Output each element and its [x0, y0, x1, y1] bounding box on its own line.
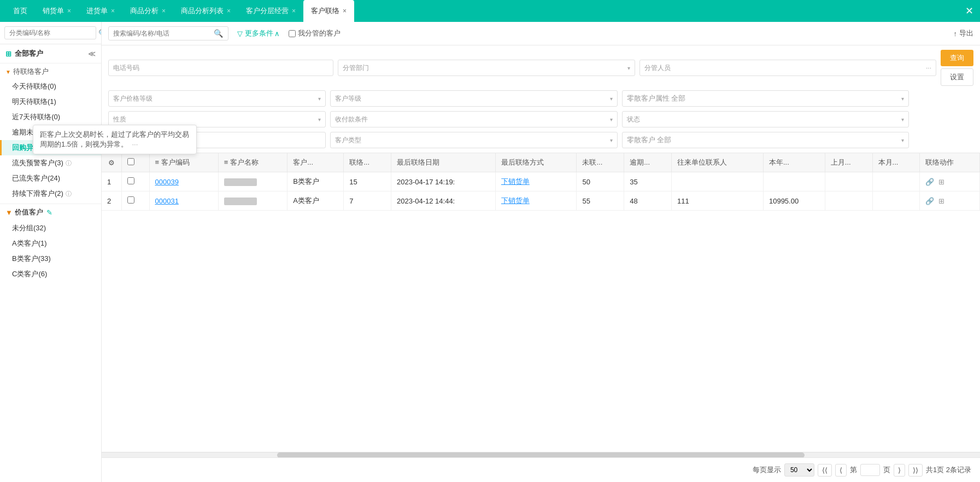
sidebar-item-tomorrow[interactable]: 明天待联络(1) [0, 94, 101, 109]
tooltip-popup: 距客户上次交易时长，超过了此客户的平均交易周期的1.5倍，则视为异常。 ··· [33, 125, 102, 154]
payment-filter[interactable]: 收付款条件 ▾ [330, 111, 617, 127]
gear-column-header[interactable]: ⚙ [102, 153, 121, 172]
col-contact-person: 往来单位联系人 [671, 153, 763, 172]
nav-close-icon[interactable]: × [227, 7, 231, 15]
info-icon-lost[interactable]: ⓘ [66, 159, 72, 167]
row2-contact-person: 111 [671, 191, 763, 211]
edit-icon[interactable]: ✎ [46, 208, 52, 217]
blurred-name-2 [224, 198, 257, 205]
my-customers-checkbox[interactable] [289, 30, 296, 37]
link-icon-2[interactable]: 🔗 [925, 197, 934, 205]
value-group: ▼ 价值客户 ✎ 未分组(32) A类客户(1) B类客户(33) C类客户(6… [0, 204, 101, 282]
prev-page-button[interactable]: ⟨ [835, 464, 847, 477]
table-row: 2 000031 A类客户 7 2023-04-12 14:44: 下销货单 5… [102, 191, 980, 211]
pagination: 每页显示 50 100 200 ⟨⟨ ⟨ 第 1 页 ⟩ ⟩⟩ 共1页 2条记录 [102, 457, 980, 482]
nav-home[interactable]: 首页 [5, 0, 35, 22]
row1-last-contact-method[interactable]: 下销货单 [495, 172, 577, 191]
last-page-button[interactable]: ⟩⟩ [908, 464, 923, 477]
nav-purchase-order[interactable]: 进货单 × [79, 0, 122, 22]
sidebar-search-input[interactable] [4, 26, 96, 39]
main-search-input[interactable] [113, 30, 212, 37]
row2-checkbox [121, 191, 149, 211]
export-button[interactable]: ↑ 导出 [954, 28, 974, 38]
chevron-down-icon-3: ▾ [610, 96, 613, 102]
collapse-icon[interactable]: ≪ [88, 50, 96, 58]
page-size-select[interactable]: 50 100 200 [784, 463, 814, 477]
checkbox-column-header [121, 153, 149, 172]
nav-customer-contact[interactable]: 客户联络 × [303, 0, 354, 22]
nav-close-icon[interactable]: × [162, 7, 166, 15]
row1-checkbox [121, 172, 149, 191]
filter-row-4: ··· 客户类型 ▾ 零散客户 全部 ▾ [108, 132, 973, 148]
dept-filter[interactable]: 分管部门 ▾ [338, 60, 635, 76]
row2-index: 2 [102, 191, 121, 211]
info-icon-decline[interactable]: ⓘ [66, 190, 72, 198]
col-contact-count: 联络... [344, 153, 391, 172]
window-close-button[interactable]: ✕ [965, 5, 973, 17]
sort-icon-name[interactable]: ≡ [224, 158, 228, 166]
sidebar-item-declining[interactable]: 持续下滑客户(2) ⓘ [0, 186, 101, 201]
sidebar-item-7days[interactable]: 近7天待联络(0) [0, 109, 101, 125]
more-icon[interactable]: ··· [926, 64, 931, 72]
link-icon-1[interactable]: 🔗 [925, 178, 934, 186]
nav-sales-order[interactable]: 销货单 × [35, 0, 79, 22]
page-number-input[interactable]: 1 [860, 464, 880, 476]
row2-code[interactable]: 000031 [149, 191, 218, 211]
price-level-filter[interactable]: 客户价格等级 ▾ [108, 90, 326, 107]
manager-filter[interactable]: 分管人员 ··· [639, 60, 936, 76]
row1-code[interactable]: 000039 [149, 172, 218, 191]
value-group-header[interactable]: ▼ 价值客户 ✎ [0, 204, 101, 220]
more-conditions-button[interactable]: ▽ 更多条件 ∧ [233, 26, 284, 40]
horizontal-scrollbar[interactable] [102, 452, 980, 457]
sidebar-item-already-lost[interactable]: 已流失客户(24) [0, 171, 101, 186]
nav-close-icon[interactable]: × [292, 7, 296, 15]
row1-current-year [763, 172, 825, 191]
row1-current-month [872, 172, 920, 191]
chevron-down-icon-9: ▾ [901, 137, 904, 143]
sidebar: 🔍 ⊞ 全部客户 ≪ ▼ 待联络客户 今天待联络(0) 明天待联络(1) 近7天… [0, 22, 102, 482]
filter-row-2: 客户价格等级 ▾ 客户等级 ▾ 零散客户属性 全部 ▾ [108, 90, 973, 107]
nav-close-icon[interactable]: × [67, 7, 71, 15]
nav-product-analysis[interactable]: 商品分析 × [122, 0, 173, 22]
pending-group-label[interactable]: ▼ 待联络客户 [0, 63, 101, 79]
export-icon: ↑ [954, 30, 958, 38]
nav-customer-tier[interactable]: 客户分层经营 × [238, 0, 303, 22]
nav-active-close-icon[interactable]: × [343, 7, 347, 15]
sidebar-item-class-b[interactable]: B类客户(33) [0, 251, 101, 266]
status-filter[interactable]: 状态 ▾ [622, 111, 909, 127]
first-page-button[interactable]: ⟨⟨ [818, 464, 832, 477]
nav-close-icon[interactable]: × [111, 7, 115, 15]
sidebar-item-class-c[interactable]: C类客户(6) [0, 266, 101, 282]
sidebar-item-unclassified[interactable]: 未分组(32) [0, 220, 101, 236]
query-button[interactable]: 查询 [941, 50, 973, 66]
row2-last-contact-method[interactable]: 下销货单 [495, 191, 577, 211]
nav-product-analysis-list[interactable]: 商品分析列表 × [173, 0, 238, 22]
row1-last-month [825, 172, 872, 191]
col-last-contact-method: 最后联络方式 [495, 153, 577, 172]
all-customers-header[interactable]: ⊞ 全部客户 ≪ [0, 44, 101, 63]
customer-level-filter[interactable]: 客户等级 ▾ [330, 90, 617, 107]
customer-type-filter[interactable]: 客户类型 ▾ [330, 132, 617, 148]
row1-contact-count: 15 [344, 172, 391, 191]
sidebar-item-today[interactable]: 今天待联络(0) [0, 79, 101, 94]
select-all-checkbox[interactable] [127, 158, 134, 165]
retail-customer-filter[interactable]: 零散客户 全部 ▾ [622, 132, 909, 148]
sidebar-item-lost-warning[interactable]: 流失预警客户(3) ⓘ [0, 155, 101, 171]
sidebar-item-class-a[interactable]: A类客户(1) [0, 236, 101, 251]
top-navigation: 首页 销货单 × 进货单 × 商品分析 × 商品分析列表 × 客户分层经营 × … [0, 0, 980, 22]
settings-button[interactable]: 设置 [941, 68, 973, 86]
sort-icon[interactable]: ≡ [155, 158, 160, 166]
col-unlinkable: 未联... [577, 153, 624, 172]
chevron-down-icon-8: ▾ [610, 137, 613, 143]
phone-filter[interactable]: 电话号码 [108, 60, 333, 76]
grid-icon-1[interactable]: ⊞ [938, 178, 944, 186]
my-customers-checkbox-label[interactable]: 我分管的客户 [289, 28, 341, 38]
retail-attr-filter[interactable]: 零散客户属性 全部 ▾ [622, 90, 909, 107]
next-page-button[interactable]: ⟩ [894, 464, 905, 477]
main-search-icon[interactable]: 🔍 [214, 29, 223, 38]
sidebar-search-area: 🔍 [0, 22, 101, 44]
grid-icon-2[interactable]: ⊞ [938, 197, 944, 205]
row1-select-checkbox[interactable] [127, 177, 134, 184]
row2-select-checkbox[interactable] [127, 196, 134, 204]
data-table-container: ⚙ ≡ 客户编码 ≡ 客户名称 客户... 联络... 最后联络日期 最后联络方… [102, 153, 980, 452]
